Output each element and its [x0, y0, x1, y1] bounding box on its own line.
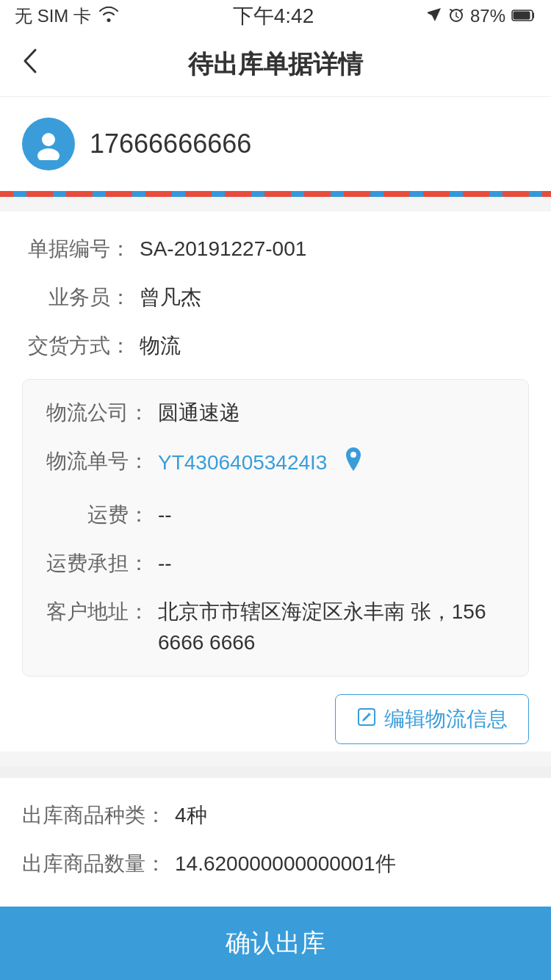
goods-section: 出库商品种类： 4种 出库商品数量： 14.620000000000001件 — [0, 778, 551, 901]
svg-rect-2 — [514, 12, 530, 20]
document-value: SA-20191227-001 — [140, 234, 529, 264]
staff-label: 业务员： — [22, 282, 140, 313]
document-label: 单据编号： — [22, 234, 140, 264]
freight-bear-row: 运费承担： -- — [40, 548, 511, 579]
svg-point-3 — [42, 133, 55, 146]
section-divider — [0, 766, 551, 778]
confirm-label: 确认出库 — [226, 926, 325, 960]
edit-icon — [356, 707, 377, 732]
tracking-row: 物流单号： YT43064053424I3 — [40, 446, 511, 482]
svg-point-5 — [350, 452, 356, 458]
document-row: 单据编号： SA-20191227-001 — [22, 234, 529, 264]
location-indicator — [428, 6, 442, 26]
carrier-label: 无 SIM 卡 — [15, 4, 91, 28]
status-time: 下午4:42 — [233, 2, 314, 30]
tracking-value: YT43064053424I3 — [158, 446, 511, 482]
status-right: 87% — [428, 6, 536, 26]
basic-info-section: 单据编号： SA-20191227-001 业务员： 曾凡杰 交货方式： 物流 … — [0, 212, 551, 752]
address-row: 客户地址： 北京市市辖区海淀区永丰南 张，156 6666 6666 — [40, 597, 511, 658]
location-icon[interactable] — [342, 446, 365, 482]
edit-logistics-button[interactable]: 编辑物流信息 — [335, 694, 529, 744]
logistics-card: 物流公司： 圆通速递 物流单号： YT43064053424I3 运费： -- … — [22, 379, 529, 677]
customer-header: 17666666666 — [0, 97, 551, 191]
svg-point-4 — [37, 148, 60, 160]
dashed-divider — [0, 191, 551, 197]
freight-bear-label: 运费承担： — [40, 548, 158, 579]
freight-bear-value: -- — [158, 548, 511, 579]
status-bar: 无 SIM 卡 下午4:42 87% — [0, 0, 551, 32]
freight-value: -- — [158, 500, 511, 530]
edit-btn-row: 编辑物流信息 — [22, 677, 529, 744]
goods-type-row: 出库商品种类： 4种 — [22, 800, 529, 831]
staff-row: 业务员： 曾凡杰 — [22, 282, 529, 313]
company-row: 物流公司： 圆通速递 — [40, 397, 511, 428]
freight-label: 运费： — [40, 500, 158, 530]
wifi-icon — [98, 6, 119, 26]
delivery-row: 交货方式： 物流 — [22, 331, 529, 361]
page-title: 待出库单据详情 — [188, 48, 363, 82]
goods-qty-value: 14.620000000000001件 — [175, 849, 529, 879]
customer-phone: 17666666666 — [90, 129, 251, 159]
nav-bar: 待出库单据详情 — [0, 32, 551, 97]
delivery-value: 物流 — [140, 331, 529, 361]
goods-qty-label: 出库商品数量： — [22, 849, 175, 879]
company-label: 物流公司： — [40, 397, 158, 428]
staff-value: 曾凡杰 — [140, 282, 529, 313]
delivery-label: 交货方式： — [22, 331, 140, 361]
confirm-button[interactable]: 确认出库 — [0, 907, 551, 980]
goods-type-value: 4种 — [175, 800, 529, 831]
back-button[interactable] — [22, 47, 66, 82]
avatar — [22, 118, 75, 170]
alarm-icon — [448, 6, 464, 26]
goods-qty-row: 出库商品数量： 14.620000000000001件 — [22, 849, 529, 879]
address-label: 客户地址： — [40, 597, 158, 627]
goods-type-label: 出库商品种类： — [22, 800, 175, 831]
company-value: 圆通速递 — [158, 397, 511, 428]
status-left: 无 SIM 卡 — [15, 4, 119, 28]
battery-label: 87% — [470, 6, 505, 26]
battery-icon — [511, 6, 536, 26]
freight-row: 运费： -- — [40, 500, 511, 530]
edit-logistics-label: 编辑物流信息 — [384, 705, 508, 733]
address-value: 北京市市辖区海淀区永丰南 张，156 6666 6666 — [158, 597, 511, 658]
tracking-label: 物流单号： — [40, 446, 158, 477]
